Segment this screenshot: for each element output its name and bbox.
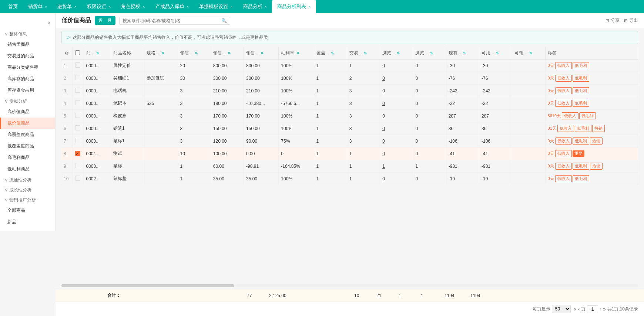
col-header-available[interactable]: 可用... ⇅	[479, 47, 512, 60]
col-header-sales_cost[interactable]: 销售... ⇅	[244, 47, 279, 60]
col-header-gross_margin[interactable]: 毛利率 ⇅	[279, 47, 314, 60]
table-scrollbar[interactable]	[61, 284, 638, 287]
view1-link[interactable]: 0	[382, 63, 385, 68]
view1-link[interactable]: 0	[382, 139, 385, 144]
select-all-checkbox[interactable]	[75, 50, 80, 55]
view1-link[interactable]: 0	[382, 151, 385, 156]
nav-item-进货单[interactable]: 进货单×	[52, 0, 81, 13]
row-checkbox[interactable]: ✓	[75, 151, 80, 156]
sidebar-section[interactable]: ∨ 流通性分析	[0, 175, 55, 185]
view1-link[interactable]: 1	[382, 164, 385, 169]
col-header-coverage[interactable]: 覆盖... ⇅	[314, 47, 347, 60]
nav-item-销货单[interactable]: 销货单×	[23, 0, 52, 13]
nav-close-icon[interactable]: ×	[142, 4, 145, 9]
col-header-trade[interactable]: 交易... ⇅	[347, 47, 380, 60]
cell-available: 36	[479, 122, 512, 135]
col-header-sales_qty[interactable]: 销售... ⇅	[178, 47, 211, 60]
nav-close-icon[interactable]: ×	[74, 4, 76, 9]
share-button[interactable]: ⊡ 分享	[606, 17, 620, 24]
table-scrollbar-thumb[interactable]	[61, 284, 234, 287]
nav-close-icon[interactable]: ×	[187, 4, 189, 9]
row-checkbox[interactable]	[75, 163, 80, 168]
col-header-saleable[interactable]: 可销... ⇅	[512, 47, 545, 60]
nav-item-商品分析[interactable]: 商品分析×	[238, 0, 272, 13]
col-header-current_stock[interactable]: 现有... ⇅	[446, 47, 479, 60]
sidebar-item-高价值商品[interactable]: 高价值商品	[0, 106, 55, 118]
last-page-button[interactable]: »	[603, 306, 606, 312]
cell-sales_cost: 0.00	[244, 147, 279, 160]
sidebar-item-库存资金占用[interactable]: 库存资金占用	[0, 85, 55, 96]
notice-text: 这部分商品的销售收入大幅低于商品平均销售收入，价值不高，可考虑调整营销策略，或是…	[73, 34, 268, 41]
per-page-select[interactable]: 50 100 200	[552, 305, 571, 313]
first-page-button[interactable]: «	[574, 306, 577, 312]
nav-close-icon[interactable]: ×	[45, 4, 47, 9]
nav-item-商品分析列表[interactable]: 商品分析列表×	[272, 0, 316, 13]
page-input[interactable]	[587, 305, 598, 313]
nav-close-icon[interactable]: ×	[230, 4, 232, 9]
view1-link[interactable]: 0	[382, 126, 385, 131]
cell-coverage: 1	[314, 110, 347, 122]
view1-link[interactable]: 0	[382, 88, 385, 94]
row-checkbox[interactable]	[75, 113, 80, 118]
cell-view1: 0	[380, 72, 413, 85]
row-checkbox[interactable]	[75, 62, 80, 68]
nav-close-icon[interactable]: ×	[308, 4, 311, 9]
sidebar-section[interactable]: ∨ 整体信息	[0, 29, 55, 39]
total-cell	[296, 293, 326, 298]
col-header-spec[interactable]: 规格... ⇅	[144, 47, 178, 60]
col-header-sales_amt[interactable]: 销售... ⇅	[211, 47, 244, 60]
nav-close-icon[interactable]: ×	[108, 4, 111, 9]
sidebar-item-商品分类销售率[interactable]: 商品分类销售率	[0, 62, 55, 73]
sidebar-section[interactable]: ∨ 成长性分析	[0, 185, 55, 195]
sidebar-item-销售类商品[interactable]: 销售类商品	[0, 39, 55, 50]
cell-view1: 0	[380, 122, 413, 135]
row-checkbox[interactable]	[75, 176, 80, 181]
settings-icon[interactable]: ⚙	[65, 51, 69, 56]
next-page-button[interactable]: ›	[600, 306, 601, 312]
sidebar-item-全部商品[interactable]: 全部商品	[0, 205, 55, 216]
cell-code: 0000...	[84, 160, 111, 173]
cell-num: 1	[61, 60, 73, 72]
nav-item-单据模板设置[interactable]: 单据模板设置×	[194, 0, 238, 13]
sidebar-item-交易过的商品[interactable]: 交易过的商品	[0, 50, 55, 62]
cell-spec	[144, 60, 178, 72]
sidebar-collapse-button[interactable]: «	[46, 18, 52, 27]
nav-item-首页[interactable]: 首页	[3, 0, 23, 13]
nav-close-icon[interactable]: ×	[265, 4, 267, 9]
col-header-code[interactable]: 商... ⇅	[84, 47, 111, 60]
row-checkbox[interactable]	[75, 100, 80, 105]
view1-link[interactable]: 0	[382, 101, 385, 106]
sidebar-section[interactable]: ∨ 贡献分析	[0, 96, 55, 106]
search-icon[interactable]: 🔍	[221, 18, 227, 23]
row-number: 3	[64, 88, 66, 94]
cell-current_stock: -41	[446, 147, 479, 160]
nav-item-角色授权[interactable]: 角色授权×	[116, 0, 150, 13]
sidebar-item-低毛利商品[interactable]: 低毛利商品	[0, 163, 55, 175]
top-navigation: 首页销货单×进货单×权限设置×角色授权×产成品入库单×单据模板设置×商品分析×商…	[0, 0, 644, 13]
sidebar-item-高毛利商品[interactable]: 高毛利商品	[0, 152, 55, 163]
view1-link[interactable]: 0	[382, 113, 385, 119]
sidebar-item-低价值商品[interactable]: 低价值商品	[0, 118, 55, 129]
filter-button[interactable]: 近一月	[95, 16, 115, 25]
col-header-view2[interactable]: 浏览... ⇅	[413, 47, 446, 60]
col-header-view1[interactable]: 浏览... ⇅	[380, 47, 413, 60]
row-checkbox[interactable]	[75, 88, 80, 93]
export-button[interactable]: ⊞ 导出	[624, 17, 638, 24]
sidebar-section[interactable]: ∨ 营销推广分析	[0, 195, 55, 205]
view1-link[interactable]: 0	[382, 176, 385, 181]
prev-page-button[interactable]: ‹	[578, 306, 580, 312]
row-checkbox[interactable]	[75, 125, 80, 130]
cell-view1: 0	[380, 173, 413, 185]
total-label: 合计：	[61, 292, 128, 299]
row-checkbox[interactable]	[75, 75, 80, 80]
sidebar-item-低覆盖度商品[interactable]: 低覆盖度商品	[0, 140, 55, 152]
nav-item-权限设置[interactable]: 权限设置×	[82, 0, 116, 13]
nav-item-产成品入库单[interactable]: 产成品入库单×	[150, 0, 194, 13]
sidebar-item-高库存的商品[interactable]: 高库存的商品	[0, 73, 55, 85]
days-tag: 31天	[548, 126, 556, 130]
view1-link[interactable]: 0	[382, 76, 385, 81]
search-input[interactable]	[123, 18, 220, 23]
row-checkbox[interactable]	[75, 138, 80, 143]
sidebar-item-高覆盖度商品[interactable]: 高覆盖度商品	[0, 129, 55, 140]
sidebar-item-新品[interactable]: 新品	[0, 216, 55, 228]
